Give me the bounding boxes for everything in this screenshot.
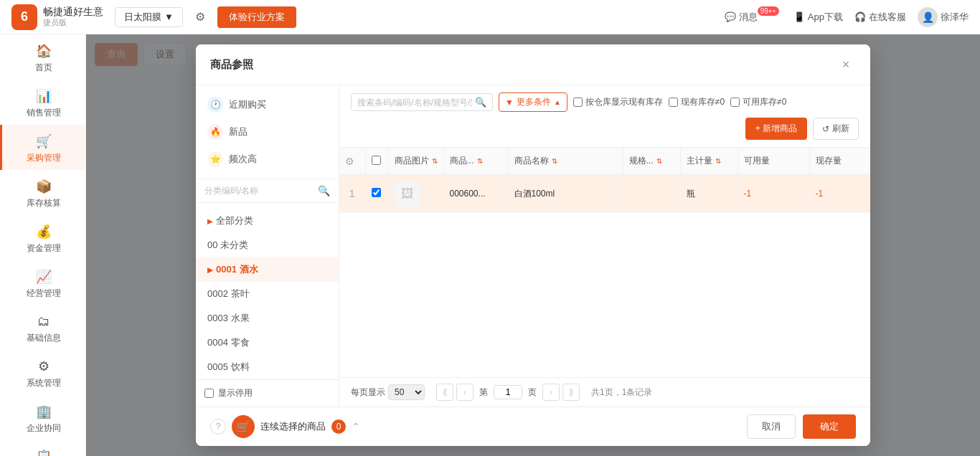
quick-nav-freq[interactable]: ⭐ 频次高 (196, 146, 339, 173)
cat-0005[interactable]: 0005 饮料 (196, 355, 339, 379)
total-info: 共1页，1条记录 (591, 386, 652, 399)
row-checkbox[interactable] (372, 188, 381, 197)
nav-message[interactable]: 💬 消息 99++ (725, 11, 782, 24)
nav-app-download[interactable]: 📱 App下载 (793, 11, 843, 24)
cart-icon-button[interactable]: 🛒 (232, 415, 255, 438)
finance-icon: 💰 (36, 224, 52, 239)
existing-stock-filter[interactable]: 现有库存≠0 (669, 96, 725, 108)
th-name: 商品名称 ⇅ (508, 148, 623, 175)
logo-area: 6 畅捷通好生意 捷员版 (11, 4, 103, 30)
sidebar-item-sales[interactable]: 📊 销售管理 (0, 80, 85, 125)
settings-icon[interactable]: ⚙ (189, 6, 212, 29)
th-img: 商品图片 ⇅ (388, 148, 443, 175)
th-spec: 规格... ⇅ (623, 148, 680, 175)
more-filter-button[interactable]: ▼ 更多条件 ▲ (499, 92, 567, 112)
row-stock-cell: -1 (809, 175, 870, 213)
chevron-down-icon: ▼ (164, 11, 174, 22)
row-img-cell: 🖼 (388, 175, 443, 213)
table-row[interactable]: 1 🖼 (339, 175, 870, 213)
refresh-button[interactable]: ↺ 刷新 (813, 118, 859, 140)
sidebar-item-enterprise[interactable]: 🏢 企业协同 (0, 395, 85, 440)
quick-nav-new[interactable]: 🔥 新品 (196, 118, 339, 146)
warehouse-checkbox[interactable] (573, 98, 583, 107)
sidebar-item-basic[interactable]: 🗂 基础信息 (0, 305, 85, 350)
sidebar-item-finance[interactable]: 💰 资金管理 (0, 215, 85, 260)
sort-icon-name: ⇅ (552, 157, 557, 165)
last-page-button[interactable]: ⟫ (562, 384, 580, 401)
confirm-button[interactable]: 确定 (803, 414, 856, 439)
top-nav: 6 畅捷通好生意 捷员版 日太阳膜 ▼ ⚙ 体验行业方案 💬 消息 99++ 📱… (0, 0, 980, 34)
cat-00[interactable]: 00 未分类 (196, 233, 339, 257)
first-page-button[interactable]: ⟪ (436, 384, 453, 401)
show-disabled-checkbox[interactable] (204, 389, 214, 398)
guide-icon: 📋 (36, 449, 52, 456)
gear-icon[interactable]: ⚙ (345, 156, 354, 167)
page-number-input[interactable] (494, 385, 522, 399)
exp-button[interactable]: 体验行业方案 (217, 6, 296, 28)
collapse-icon[interactable]: ⌃ (352, 421, 360, 432)
sidebar-item-system[interactable]: ⚙ 系统管理 (0, 350, 85, 395)
modal-body: 🕐 近期购买 🔥 新品 ⭐ 频次高 (196, 85, 870, 407)
cat-0003[interactable]: 0003 水果 (196, 306, 339, 331)
sort-icon-spec: ⇅ (656, 157, 662, 165)
nav-user[interactable]: 👤 徐泽华 (918, 7, 969, 27)
new-icon: 🔥 (207, 124, 223, 140)
product-search-input[interactable] (357, 98, 472, 108)
cancel-button[interactable]: 取消 (747, 414, 796, 439)
msg-badge: 99++ (758, 6, 779, 16)
prev-page-button[interactable]: ‹ (456, 384, 473, 401)
cat-0004[interactable]: 0004 零食 (196, 331, 339, 355)
sidebar-item-inventory[interactable]: 📦 库存核算 (0, 170, 85, 215)
quick-nav-recent[interactable]: 🕐 近期购买 (196, 91, 339, 118)
filter-chevron-icon: ▲ (554, 98, 561, 106)
th-gear: ⚙ (339, 148, 365, 175)
modal-close-button[interactable]: × (836, 54, 856, 75)
sidebar-item-purchase[interactable]: 🛒 采购管理 (0, 125, 85, 170)
category-search-input[interactable] (204, 186, 315, 196)
add-product-button[interactable]: + 新增商品 (745, 118, 807, 140)
sort-icon-unit: ⇅ (715, 157, 721, 165)
category-search-icon[interactable]: 🔍 (318, 185, 330, 196)
cat-0001[interactable]: ▶ 0001 酒水 (196, 257, 339, 282)
available-stock-filter[interactable]: 可用库存≠0 (730, 96, 786, 108)
th-img-sort[interactable]: 商品图片 ⇅ (395, 155, 438, 167)
inventory-icon: 📦 (36, 179, 52, 194)
home-icon: 🏠 (36, 43, 52, 59)
warehouse-filter[interactable]: 按仓库显示现有库存 (573, 96, 663, 108)
nav-service[interactable]: 🎧 在线客服 (854, 11, 906, 24)
enterprise-icon: 🏢 (36, 404, 52, 419)
th-name-sort[interactable]: 商品名称 ⇅ (514, 155, 617, 167)
product-search-icon[interactable]: 🔍 (475, 97, 486, 108)
product-search-box: 🔍 (351, 93, 493, 111)
cat-0002[interactable]: 0002 茶叶 (196, 282, 339, 306)
select-all-checkbox[interactable] (372, 156, 381, 165)
th-unit-sort[interactable]: 主计量 ⇅ (687, 155, 732, 167)
next-page-button[interactable]: › (542, 384, 560, 401)
cat-active-arrow-icon: ▶ (207, 266, 213, 274)
row-available-cell: -1 (738, 175, 809, 213)
page-size-select: 每页显示 10 20 50 100 (351, 384, 425, 400)
th-code-sort[interactable]: 商品... ⇅ (450, 155, 502, 167)
continuous-label: 连续选择的商品 (260, 420, 326, 433)
sidebar-item-guide[interactable]: 📋 新手引导 (0, 440, 85, 456)
sidebar-item-operation[interactable]: 📈 经营管理 (0, 260, 85, 305)
help-icon[interactable]: ? (210, 419, 226, 434)
th-spec-sort[interactable]: 规格... ⇅ (629, 155, 674, 167)
cat-all[interactable]: ▶ 全部分类 (196, 209, 339, 233)
existing-stock-checkbox[interactable] (669, 98, 678, 107)
filter-icon: ▼ (505, 98, 514, 108)
th-code: 商品... ⇅ (443, 148, 508, 175)
quick-nav: 🕐 近期购买 🔥 新品 ⭐ 频次高 (196, 85, 339, 179)
store-selector[interactable]: 日太阳膜 ▼ (115, 7, 183, 27)
available-stock-checkbox[interactable] (730, 98, 740, 107)
main-content: 查询 设置 刷新 商品参照 × 🕐 近期购买 (86, 34, 980, 456)
page-size-dropdown[interactable]: 10 20 50 100 (388, 384, 425, 400)
sort-icon-img: ⇅ (432, 157, 438, 165)
recent-icon: 🕐 (207, 97, 223, 113)
row-gear-cell: 1 (339, 175, 365, 213)
sidebar-item-home[interactable]: 🏠 首页 (0, 34, 85, 80)
sales-icon: 📊 (36, 88, 52, 104)
purchase-icon: 🛒 (36, 133, 52, 149)
nav-right: 💬 消息 99++ 📱 App下载 🎧 在线客服 👤 徐泽华 (725, 7, 969, 27)
modal: 商品参照 × 🕐 近期购买 🔥 新品 (196, 44, 870, 446)
